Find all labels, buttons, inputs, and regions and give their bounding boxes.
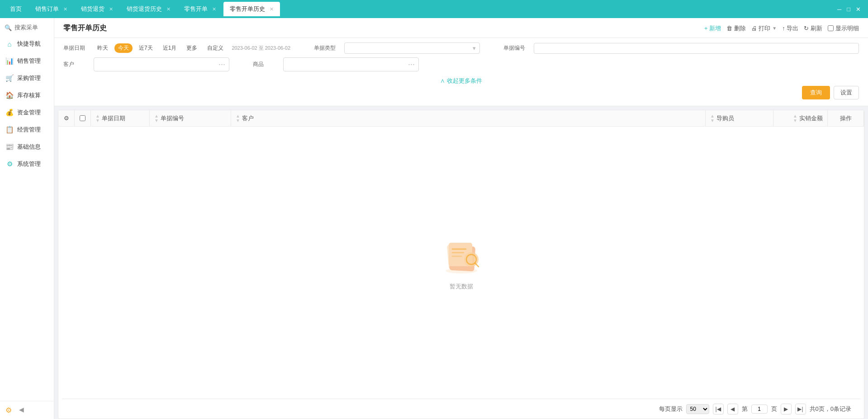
page-last-btn[interactable]: ▶| <box>795 404 806 414</box>
display-detail-toggle[interactable]: 显示明细 <box>828 24 859 33</box>
page-label: 第 <box>742 405 748 413</box>
date-btn-more[interactable]: 更多 <box>183 43 201 53</box>
product-input[interactable]: ··· <box>283 57 419 71</box>
purchase-icon: 🛒 <box>5 74 14 82</box>
sidebar-item-nav-guide[interactable]: ⌂ 快捷导航 <box>0 35 54 52</box>
sales-icon: 📊 <box>5 57 14 65</box>
page-size-select[interactable]: 50 100 200 <box>686 404 709 414</box>
page-title: 零售开单历史 <box>63 24 107 33</box>
client-label: 客户 <box>63 61 88 68</box>
empty-text: 暂无数据 <box>450 282 473 291</box>
date-btn-last7[interactable]: 近7天 <box>135 43 157 53</box>
basic-icon: 📰 <box>5 143 14 151</box>
tab-close-retail-open[interactable]: ✕ <box>212 6 216 12</box>
refresh-button[interactable]: ↻ 刷新 <box>804 24 822 33</box>
export-button[interactable]: ↑ 导出 <box>782 24 798 33</box>
date-btn-last1m[interactable]: 近1月 <box>159 43 180 53</box>
table-container: ⚙ ▲▼ 单据日期 ▲▼ 单据编号 ▲▼ 客户 ▲▼ <box>58 110 864 419</box>
page-header: 零售开单历史 + 新增 🗑 删除 🖨 打印 ▼ ↑ 导出 <box>54 18 868 38</box>
sidebar-bottom: ⚙ ◀ <box>0 401 54 419</box>
tab-home[interactable]: 首页 <box>4 2 28 16</box>
chevron-down-icon: ▾ <box>473 45 476 52</box>
empty-state: 暂无数据 <box>58 127 864 399</box>
setting-button[interactable]: 设置 <box>834 86 859 99</box>
client-ellipsis-icon[interactable]: ··· <box>218 60 225 69</box>
sort-icon-num: ▲▼ <box>154 114 159 123</box>
tab-close-retail-open-history[interactable]: ✕ <box>270 6 274 12</box>
sidebar-item-nav-inventory[interactable]: 🏠 库存核算 <box>0 87 54 104</box>
page-number-input[interactable] <box>751 405 768 414</box>
filter-row-1: 单据日期 昨天 今天 近7天 近1月 更多 自定义 2023-06-02 至 2… <box>63 42 859 54</box>
sidebar-search[interactable]: 🔍 搜索采单 <box>0 18 54 35</box>
tab-retail-open[interactable]: 零售开单 ✕ <box>178 2 223 16</box>
select-all-checkbox[interactable] <box>80 115 85 121</box>
product-ellipsis-icon[interactable]: ··· <box>408 60 415 69</box>
order-type-label: 单据类型 <box>314 44 339 52</box>
content-area: 零售开单历史 + 新增 🗑 删除 🖨 打印 ▼ ↑ 导出 <box>54 18 868 419</box>
th-check[interactable] <box>75 110 91 126</box>
settings-bottom-icon[interactable]: ⚙ <box>5 406 12 414</box>
sidebar-item-nav-basic[interactable]: 📰 基础信息 <box>0 138 54 155</box>
th-client[interactable]: ▲▼ 客户 <box>231 110 706 126</box>
date-btn-yesterday[interactable]: 昨天 <box>94 43 112 53</box>
tab-close-sales-return-history[interactable]: ✕ <box>166 6 171 12</box>
order-type-select[interactable]: ▾ <box>344 42 480 54</box>
order-num-label: 单据编号 <box>503 44 528 52</box>
sidebar-item-nav-sales[interactable]: 📊 销售管理 <box>0 52 54 70</box>
page-next-btn[interactable]: ▶ <box>781 404 792 414</box>
sort-icon-client: ▲▼ <box>236 114 240 123</box>
date-btn-custom[interactable]: 自定义 <box>204 43 227 53</box>
th-num[interactable]: ▲▼ 单据编号 <box>150 110 231 126</box>
top-tabbar: 首页 销售订单 ✕ 销货退货 ✕ 销货退货历史 ✕ 零售开单 ✕ 零售开单历史 … <box>0 0 868 18</box>
system-icon: ⚙ <box>5 160 14 168</box>
date-btn-today[interactable]: 今天 <box>114 43 133 53</box>
page-title-row: 零售开单历史 + 新增 🗑 删除 🖨 打印 ▼ ↑ 导出 <box>63 24 859 33</box>
order-num-input[interactable] <box>534 43 859 54</box>
print-dropdown-icon[interactable]: ▼ <box>772 26 777 31</box>
date-range-display: 2023-06-02 至 2023-06-02 <box>232 45 290 52</box>
delete-button[interactable]: 🗑 删除 <box>726 24 746 33</box>
main-layout: 🔍 搜索采单 ⌂ 快捷导航 📊 销售管理 🛒 采购管理 🏠 库存核算 💰 资金管… <box>0 18 868 419</box>
settings-icon: ⚙ <box>64 115 69 122</box>
pagination: 每页显示 50 100 200 |◀ ◀ 第 页 ▶ ▶| 共0页，0条记录 <box>62 399 860 419</box>
sidebar-item-nav-finance[interactable]: 💰 资金管理 <box>0 104 54 121</box>
table-header: ⚙ ▲▼ 单据日期 ▲▼ 单据编号 ▲▼ 客户 ▲▼ <box>58 110 864 127</box>
tab-close-sales-return[interactable]: ✕ <box>109 6 113 12</box>
close-window-icon[interactable]: ✕ <box>856 6 861 13</box>
page-prev-btn[interactable]: ◀ <box>727 404 738 414</box>
display-detail-checkbox[interactable] <box>828 25 834 31</box>
query-button[interactable]: 查询 <box>802 86 830 99</box>
finance-icon: 💰 <box>5 108 14 117</box>
filter-area: 单据日期 昨天 今天 近7天 近1月 更多 自定义 2023-06-02 至 2… <box>54 38 868 106</box>
sidebar-item-nav-purchase[interactable]: 🛒 采购管理 <box>0 70 54 87</box>
tab-retail-open-history[interactable]: 零售开单历史 ✕ <box>223 2 280 16</box>
page-first-btn[interactable]: |◀ <box>713 404 724 414</box>
tab-close-sales-order[interactable]: ✕ <box>63 6 67 12</box>
print-button[interactable]: 🖨 打印 ▼ <box>751 24 777 33</box>
toolbar: + 新增 🗑 删除 🖨 打印 ▼ ↑ 导出 ↻ 刷新 <box>704 24 859 33</box>
minimize-icon[interactable]: ─ <box>837 6 841 13</box>
operation-icon: 📋 <box>5 126 14 134</box>
tab-sales-return[interactable]: 销货退货 ✕ <box>75 2 119 16</box>
add-button[interactable]: + 新增 <box>704 24 721 33</box>
th-guide[interactable]: ▲▼ 导购员 <box>706 110 773 126</box>
th-amount[interactable]: ▲▼ 实销金额 <box>773 110 828 126</box>
sidebar-item-nav-operation[interactable]: 📋 经营管理 <box>0 121 54 138</box>
window-controls: ─ □ ✕ <box>837 6 864 13</box>
home-icon: ⌂ <box>5 40 14 48</box>
search-icon: 🔍 <box>5 24 12 31</box>
sidebar-item-nav-system[interactable]: ⚙ 系统管理 <box>0 155 54 173</box>
tab-sales-return-history[interactable]: 销货退货历史 ✕ <box>120 2 177 16</box>
date-label: 单据日期 <box>63 44 88 52</box>
filter-row-2: 客户 ··· 商品 ··· <box>63 57 859 71</box>
collapse-sidebar-icon[interactable]: ◀ <box>19 406 24 414</box>
sort-icon-guide: ▲▼ <box>710 114 715 123</box>
sort-icon-amount: ▲▼ <box>793 114 797 123</box>
maximize-icon[interactable]: □ <box>847 6 850 13</box>
th-settings[interactable]: ⚙ <box>58 110 75 126</box>
sort-icon: ▲▼ <box>95 114 100 123</box>
inventory-icon: 🏠 <box>5 91 14 99</box>
client-input[interactable]: ··· <box>94 57 229 71</box>
th-date[interactable]: ▲▼ 单据日期 <box>91 110 150 126</box>
tab-sales-order[interactable]: 销售订单 ✕ <box>29 2 74 16</box>
